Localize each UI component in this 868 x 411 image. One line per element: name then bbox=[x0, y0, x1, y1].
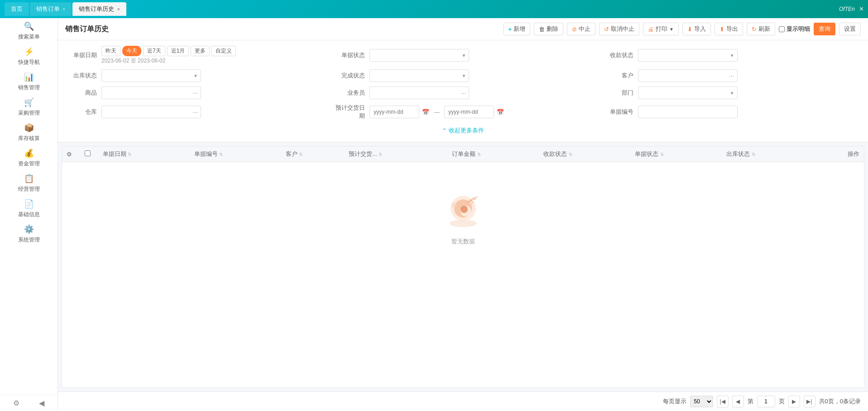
out-status-select[interactable]: ▼ bbox=[101, 69, 201, 82]
order-no-label: 单据编号 bbox=[602, 108, 638, 116]
date-wrap: 昨天 今天 近7天 近1月 更多 自定义 2023-06-02 至 2023-0… bbox=[101, 46, 236, 65]
last-page-btn[interactable]: ▶| bbox=[804, 396, 815, 407]
col-order-status[interactable]: 单据状态 ⇅ bbox=[630, 146, 722, 162]
col-delivery[interactable]: 预计交货... ⇅ bbox=[344, 146, 447, 162]
print-button[interactable]: 🖨 打印 ▼ bbox=[643, 23, 679, 35]
tab-sales-order[interactable]: 销售订单 × bbox=[30, 2, 72, 16]
sidebar-item-purchase-mgmt[interactable]: 🛒 采购管理 bbox=[0, 94, 58, 120]
refresh-icon: ↻ bbox=[752, 26, 757, 33]
complete-status-select[interactable]: ▼ bbox=[369, 69, 469, 82]
first-page-btn[interactable]: |◀ bbox=[717, 396, 729, 407]
refresh-button[interactable]: ↻ 刷新 bbox=[747, 23, 775, 35]
sort-date-icon: ⇅ bbox=[128, 152, 131, 157]
sidebar-collapse-icon[interactable]: ◀ bbox=[39, 399, 44, 407]
order-status-label: 单据状态 bbox=[333, 51, 369, 59]
page-number-input[interactable] bbox=[757, 396, 775, 407]
delivery-date-start-input[interactable] bbox=[369, 106, 419, 118]
close-window-btn[interactable]: × bbox=[859, 5, 863, 13]
filter-area: 单据日期 昨天 今天 近7天 近1月 更多 自定义 2023-06-02 至 2… bbox=[58, 40, 868, 142]
delete-button[interactable]: 🗑 删除 bbox=[534, 23, 563, 35]
cancel-stop-button[interactable]: ↺ 取消中止 bbox=[599, 23, 639, 35]
sort-receipt-icon: ⇅ bbox=[569, 152, 572, 157]
stop-icon: ⊘ bbox=[572, 26, 577, 33]
top-bar: 首页 销售订单 × 销售订单历史 × OfTEn × bbox=[0, 0, 868, 18]
goods-label: 商品 bbox=[65, 89, 101, 97]
print-icon: 🖨 bbox=[648, 26, 654, 33]
select-all-checkbox[interactable] bbox=[85, 150, 91, 156]
col-order-no[interactable]: 单据编号 ⇅ bbox=[190, 146, 281, 162]
tab-sales-history-close[interactable]: × bbox=[117, 6, 120, 12]
sidebar-item-system[interactable]: ⚙️ 系统管理 bbox=[0, 221, 58, 247]
calendar-start-icon[interactable]: 📅 bbox=[422, 109, 429, 116]
import-button[interactable]: ⬇ 导入 bbox=[682, 23, 711, 35]
warehouse-label: 仓库 bbox=[65, 108, 101, 116]
goods-dots-icon[interactable]: ··· bbox=[192, 89, 198, 97]
tab-home[interactable]: 首页 bbox=[5, 2, 29, 16]
sidebar-item-basic-info[interactable]: 📄 基础信息 bbox=[0, 196, 58, 221]
next-page-btn[interactable]: ▶ bbox=[788, 396, 800, 407]
calendar-end-icon[interactable]: 📅 bbox=[497, 109, 504, 116]
page-label: 第 bbox=[748, 397, 753, 406]
warehouse-select[interactable]: ··· bbox=[101, 106, 201, 118]
date-btn-7days[interactable]: 近7天 bbox=[143, 46, 165, 56]
date-btn-yesterday[interactable]: 昨天 bbox=[101, 46, 120, 56]
sidebar-item-system-label: 系统管理 bbox=[18, 236, 40, 244]
col-date[interactable]: 单据日期 ⇅ bbox=[98, 146, 190, 162]
inventory-icon: 📦 bbox=[24, 123, 34, 133]
show-detail-checkbox[interactable] bbox=[779, 26, 785, 32]
date-btn-custom[interactable]: 自定义 bbox=[211, 46, 236, 56]
col-receipt-status[interactable]: 收款状态 ⇅ bbox=[539, 146, 630, 162]
data-table: ⚙ 单据日期 ⇅ 单据编号 ⇅ bbox=[62, 146, 864, 162]
sidebar-item-finance-label: 资金管理 bbox=[18, 160, 40, 168]
col-checkbox[interactable] bbox=[80, 146, 98, 162]
date-btn-1month[interactable]: 近1月 bbox=[167, 46, 189, 56]
dept-select[interactable]: ▼ bbox=[638, 87, 738, 99]
col-amount[interactable]: 订单金额 ⇅ bbox=[447, 146, 539, 162]
col-customer[interactable]: 客户 ⇅ bbox=[281, 146, 344, 162]
date-btn-group: 昨天 今天 近7天 近1月 更多 自定义 bbox=[101, 46, 236, 56]
warehouse-dots-icon[interactable]: ··· bbox=[192, 108, 198, 116]
salesperson-select[interactable]: ··· bbox=[369, 87, 469, 99]
per-page-select[interactable]: 50 100 200 bbox=[690, 396, 713, 407]
receipt-status-field: ▼ bbox=[638, 49, 861, 62]
table-area: ⚙ 单据日期 ⇅ 单据编号 ⇅ bbox=[62, 146, 864, 388]
sidebar-item-sales-mgmt[interactable]: 📊 销售管理 bbox=[0, 69, 58, 94]
customer-dots-icon[interactable]: ··· bbox=[729, 72, 734, 79]
sidebar-item-quick-nav[interactable]: ⚡ 快捷导航 bbox=[0, 44, 58, 69]
collapse-row[interactable]: ⌃ 收起更多条件 bbox=[65, 125, 861, 136]
tab-sales-order-close[interactable]: × bbox=[62, 6, 65, 12]
settings-button[interactable]: 设置 bbox=[839, 23, 861, 35]
delivery-date-end-input[interactable] bbox=[444, 106, 494, 118]
sidebar-item-finance[interactable]: 💰 资金管理 bbox=[0, 145, 58, 170]
date-btn-more[interactable]: 更多 bbox=[191, 46, 210, 56]
goods-select[interactable]: ··· bbox=[101, 87, 201, 99]
goods-field: ··· bbox=[101, 87, 324, 99]
content-area: 销售订单历史 + 新增 🗑 删除 ⊘ 中止 ↺ 取消中止 bbox=[58, 18, 868, 411]
date-label: 单据日期 bbox=[65, 51, 101, 59]
salesperson-dots-icon[interactable]: ··· bbox=[461, 89, 466, 97]
table-settings-icon[interactable]: ⚙ bbox=[67, 151, 72, 158]
sidebar-item-purchase-mgmt-label: 采购管理 bbox=[18, 109, 40, 117]
export-button[interactable]: ⬆ 导出 bbox=[715, 23, 743, 35]
date-btn-today[interactable]: 今天 bbox=[122, 46, 141, 56]
customer-field: ··· bbox=[638, 69, 861, 82]
dept-chevron: ▼ bbox=[730, 91, 734, 96]
sidebar-item-operations[interactable]: 📋 经营管理 bbox=[0, 170, 58, 196]
add-button[interactable]: + 新增 bbox=[504, 23, 531, 35]
sidebar-item-inventory[interactable]: 📦 库存核算 bbox=[0, 120, 58, 145]
export-icon: ⬆ bbox=[719, 26, 724, 33]
sidebar-item-search-menu[interactable]: 🔍 搜索菜单 bbox=[0, 18, 58, 44]
prev-page-btn[interactable]: ◀ bbox=[732, 396, 744, 407]
customer-label: 客户 bbox=[602, 72, 638, 80]
customer-select[interactable]: ··· bbox=[638, 69, 738, 82]
order-no-input[interactable] bbox=[638, 106, 738, 118]
tab-sales-history[interactable]: 销售订单历史 × bbox=[72, 2, 126, 16]
col-settings[interactable]: ⚙ bbox=[62, 146, 80, 162]
sidebar-settings-icon[interactable]: ⚙ bbox=[13, 399, 19, 407]
query-button[interactable]: 查询 bbox=[814, 23, 835, 35]
receipt-status-select[interactable]: ▼ bbox=[638, 49, 738, 62]
col-out-status[interactable]: 出库状态 ⇅ bbox=[722, 146, 813, 162]
show-detail-wrap[interactable]: 显示明细 bbox=[779, 25, 810, 33]
stop-button[interactable]: ⊘ 中止 bbox=[567, 23, 595, 35]
order-status-select[interactable]: ▼ bbox=[369, 49, 469, 62]
